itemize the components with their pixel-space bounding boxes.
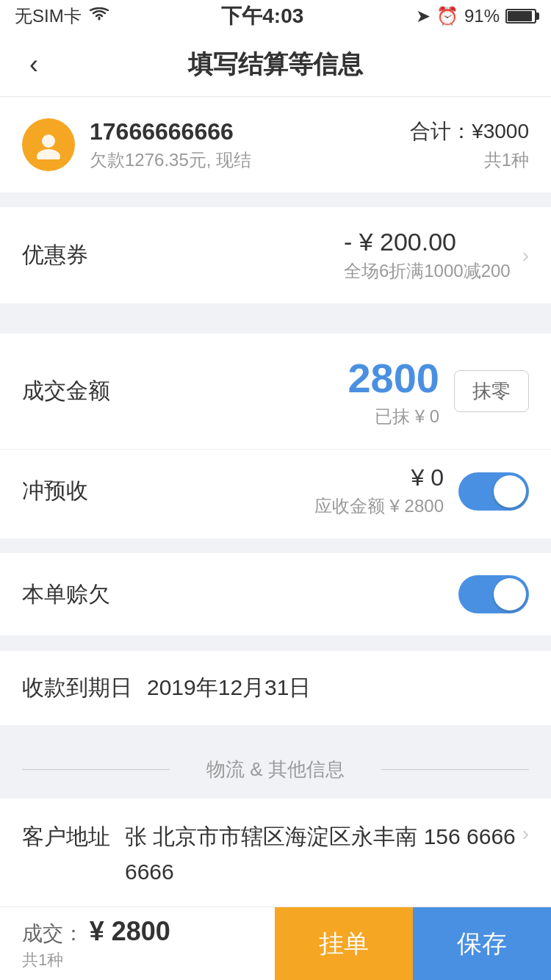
- deal-right: 2800 已抹 ¥ 0 抹零: [347, 354, 529, 428]
- coupon-right: - ¥ 200.00 全场6折满1000减200 ›: [344, 228, 529, 283]
- toggle-knob: [494, 475, 526, 508]
- status-right: ➤ ⏰ 91%: [416, 6, 536, 26]
- debt-label: 本单赊欠: [22, 580, 110, 610]
- battery-icon: [505, 9, 536, 24]
- coupon-desc: 全场6折满1000减200: [344, 259, 511, 283]
- due-row: 收款到期日 2019年12月31日: [0, 651, 551, 725]
- carrier-text: 无SIM卡: [15, 4, 82, 28]
- status-time: 下午4:03: [221, 2, 303, 30]
- user-details: 17666666666 欠款1276.35元, 现结: [90, 118, 251, 172]
- user-card: 17666666666 欠款1276.35元, 现结 合计：¥3000 共1种: [0, 97, 551, 192]
- bottom-deal-label: 成交：: [22, 922, 84, 945]
- nav-bar: ‹ 填写结算等信息: [0, 32, 551, 97]
- address-label: 客户地址: [22, 822, 110, 852]
- debt-row: 本单赊欠: [0, 553, 551, 635]
- charge-toggle[interactable]: [458, 472, 529, 511]
- save-button[interactable]: 保存: [413, 907, 551, 980]
- order-total: 合计：¥3000 共1种: [410, 118, 529, 172]
- address-card: 客户地址 张 北京市市辖区海淀区永丰南 156 6666 6666 ›: [0, 799, 551, 910]
- due-value: 2019年12月31日: [147, 673, 311, 703]
- total-count: 共1种: [410, 148, 529, 172]
- charge-label: 冲预收: [22, 476, 88, 506]
- address-row[interactable]: 客户地址 张 北京市市辖区海淀区永丰南 156 6666 6666 ›: [0, 799, 551, 910]
- deal-row: 成交金额 2800 已抹 ¥ 0 抹零: [0, 334, 551, 449]
- alarm-icon: ⏰: [436, 6, 458, 26]
- bottom-bar: 成交： ¥ 2800 共1种 挂单 保存: [0, 907, 551, 980]
- debt-toggle-knob: [494, 578, 526, 610]
- user-info: 17666666666 欠款1276.35元, 现结: [22, 118, 251, 172]
- coupon-amount: - ¥ 200.00: [344, 228, 511, 256]
- charge-sub: 应收金额 ¥ 2800: [314, 494, 444, 518]
- user-phone: 17666666666: [90, 118, 251, 145]
- wifi-icon: [89, 6, 109, 26]
- hold-button[interactable]: 挂单: [275, 907, 413, 980]
- deal-label: 成交金额: [22, 376, 110, 406]
- coupon-label: 优惠券: [22, 240, 88, 270]
- back-button[interactable]: ‹: [22, 42, 46, 87]
- charge-row: 冲预收 ¥ 0 应收金额 ¥ 2800: [0, 449, 551, 538]
- location-icon: ➤: [416, 6, 431, 26]
- chevron-right-icon: ›: [522, 244, 529, 267]
- coupon-card: 优惠券 - ¥ 200.00 全场6折满1000减200 ›: [0, 207, 551, 304]
- section-divider: 物流 & 其他信息: [0, 740, 551, 799]
- divider-line-left: [22, 769, 170, 770]
- debt-card: 本单赊欠: [0, 553, 551, 635]
- total-amount: ¥3000: [472, 120, 529, 143]
- bottom-count: 共1种: [22, 949, 253, 971]
- chevron-right-address-icon: ›: [522, 822, 529, 846]
- svg-point-0: [42, 134, 55, 148]
- avatar: [22, 118, 75, 171]
- due-label: 收款到期日: [22, 673, 132, 703]
- separator-2: [0, 538, 551, 553]
- total-label-amount: 合计：¥3000: [410, 118, 529, 145]
- charge-right: ¥ 0 应收金额 ¥ 2800: [314, 464, 529, 518]
- coupon-row[interactable]: 优惠券 - ¥ 200.00 全场6折满1000减200 ›: [0, 207, 551, 304]
- separator-1: [0, 319, 551, 334]
- charge-amount: ¥ 0: [314, 464, 444, 491]
- bottom-amount: ¥ 2800: [90, 916, 170, 946]
- total-label: 合计：: [410, 120, 472, 143]
- deal-amount: 2800: [347, 355, 439, 401]
- debt-toggle[interactable]: [458, 575, 529, 613]
- user-subtext: 欠款1276.35元, 现结: [90, 148, 251, 172]
- due-card: 收款到期日 2019年12月31日: [0, 651, 551, 725]
- bottom-info: 成交： ¥ 2800 共1种: [0, 907, 275, 980]
- battery-percent: 91%: [464, 6, 500, 26]
- divider-text: 物流 & 其他信息: [206, 757, 345, 782]
- svg-point-1: [37, 149, 60, 159]
- status-bar: 无SIM卡 下午4:03 ➤ ⏰ 91%: [0, 0, 551, 32]
- status-left: 无SIM卡: [15, 4, 109, 28]
- deal-section: 成交金额 2800 已抹 ¥ 0 抹零 冲预收 ¥ 0 应收金额 ¥ 2800: [0, 334, 551, 538]
- bottom-deal-line: 成交： ¥ 2800: [22, 916, 253, 948]
- deal-sub: 已抹 ¥ 0: [347, 405, 439, 428]
- page-title: 填写结算等信息: [188, 48, 363, 82]
- address-value: 张 北京市市辖区海淀区永丰南 156 6666 6666: [125, 819, 522, 890]
- round-button[interactable]: 抹零: [454, 370, 529, 412]
- divider-line-right: [381, 769, 529, 770]
